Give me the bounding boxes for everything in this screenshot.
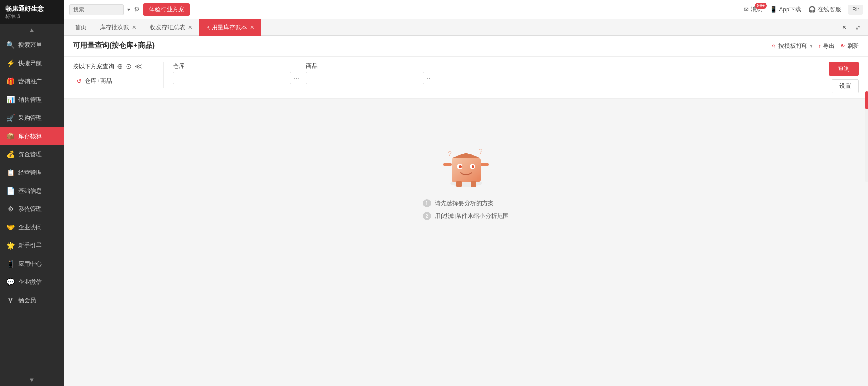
sidebar-item-purchase[interactable]: 🛒 采购管理 — [0, 109, 64, 127]
tab-summary-close[interactable]: ✕ — [188, 24, 193, 31]
collapse-scheme-icon[interactable]: ≪ — [134, 62, 142, 71]
inventory-icon: 📦 — [6, 132, 15, 140]
warehouse-label: 仓库 — [173, 62, 300, 70]
message-badge: 99+ — [755, 3, 767, 9]
app-download-btn[interactable]: 📱 App下载 — [770, 5, 801, 14]
topbar-gear-icon[interactable]: ⚙ — [134, 5, 140, 14]
page-content: 可用量查询(按仓库+商品) 🖨 按模板打印 ▾ ↑ 导出 ↻ 刷新 — [64, 36, 868, 386]
svg-rect-10 — [471, 181, 476, 187]
empty-tip-1: 1 请先选择要分析的方案 — [423, 199, 509, 207]
sidebar-item-label: 资金管理 — [18, 150, 42, 159]
tab-batch[interactable]: 库存批次账 ✕ — [93, 19, 143, 36]
sidebar-item-wechat[interactable]: 💬 企业微信 — [0, 273, 64, 291]
tab-expand-btn[interactable]: ⤢ — [853, 22, 863, 33]
filter-panel: 仓库 ··· 商品 ··· — [164, 62, 824, 84]
app-label: App下载 — [779, 5, 801, 14]
refresh-btn[interactable]: ↻ 刷新 — [840, 42, 859, 50]
tab-summary-label: 收发存汇总表 — [150, 23, 185, 31]
sidebar-item-vip[interactable]: V 畅会员 — [0, 291, 64, 309]
sidebar-item-sales[interactable]: 📊 销售管理 — [0, 91, 64, 109]
sidebar-item-enterprise[interactable]: 🤝 企业协同 — [0, 218, 64, 237]
tab-available[interactable]: 可用量库存账本 ✕ — [199, 19, 261, 36]
topbar-dropdown-btn[interactable]: ▾ — [127, 6, 130, 13]
sidebar-item-system[interactable]: ⚙ 系统管理 — [0, 200, 64, 218]
sidebar-item-inventory[interactable]: 📦 库存核算 — [0, 127, 64, 145]
service-label: 在线客服 — [817, 5, 841, 14]
edition-label: 标准版 — [5, 13, 58, 19]
message-icon: ✉ — [744, 6, 749, 13]
sidebar-item-search[interactable]: 🔍 搜索菜单 — [0, 36, 64, 54]
brand-name: 畅康通好生意 — [5, 5, 58, 13]
user-info[interactable]: Rit — [848, 5, 863, 15]
sidebar-item-appcenter[interactable]: 📱 应用中心 — [0, 255, 64, 273]
tip-num-2: 2 — [423, 212, 431, 220]
product-input-row: ··· — [306, 72, 433, 84]
appcenter-icon: 📱 — [6, 260, 15, 268]
app-icon: 📱 — [770, 6, 777, 13]
sidebar-item-label: 畅会员 — [18, 296, 36, 304]
tab-home-label: 首页 — [75, 23, 86, 31]
scheme-header: 按以下方案查询 ⊕ ⊙ ≪ — [73, 62, 158, 71]
svg-point-6 — [472, 165, 474, 168]
scheme-item-icon: ↺ — [76, 77, 82, 85]
tab-available-label: 可用量库存账本 — [206, 23, 247, 31]
scroll-down-btn[interactable]: ▼ — [0, 374, 64, 386]
warehouse-more-btn[interactable]: ··· — [294, 75, 299, 82]
right-scrollbar[interactable] — [865, 91, 868, 182]
export-btn[interactable]: ↑ 导出 — [818, 42, 835, 50]
message-btn[interactable]: ✉ 消息 99+ — [744, 5, 762, 14]
sidebar-item-marketing[interactable]: 🎁 营销推广 — [0, 72, 64, 91]
industry-btn[interactable]: 体验行业方案 — [143, 3, 190, 16]
svg-text:?: ? — [479, 148, 482, 155]
product-field: 商品 ··· — [306, 62, 433, 84]
sidebar-item-label: 系统管理 — [18, 205, 42, 213]
finance-icon: 💰 — [6, 150, 15, 159]
scheme-panel: 按以下方案查询 ⊕ ⊙ ≪ ↺ 仓库+商品 — [73, 62, 164, 88]
warehouse-input[interactable] — [173, 72, 291, 84]
tabs-controls: ✕ ⤢ — [839, 22, 863, 33]
print-icon: 🖨 — [771, 42, 777, 49]
tab-close-all-btn[interactable]: ✕ — [839, 22, 850, 33]
topbar-search-input[interactable] — [69, 4, 124, 15]
settings-btn[interactable]: 设置 — [832, 79, 859, 93]
sidebar-header: 畅康通好生意 标准版 — [0, 0, 64, 24]
shortcut-icon: ⚡ — [6, 59, 15, 67]
page-header: 可用量查询(按仓库+商品) 🖨 按模板打印 ▾ ↑ 导出 ↻ 刷新 — [64, 36, 868, 57]
page-title: 可用量查询(按仓库+商品) — [73, 41, 155, 51]
sidebar-item-finance[interactable]: 💰 资金管理 — [0, 145, 64, 164]
topbar-right: ✉ 消息 99+ 📱 App下载 🎧 在线客服 Rit — [744, 5, 863, 15]
sidebar-item-shortcut[interactable]: ⚡ 快捷导航 — [0, 54, 64, 72]
query-btn[interactable]: 查询 — [829, 62, 859, 76]
sidebar-item-basic[interactable]: 📄 基础信息 — [0, 182, 64, 200]
product-more-btn[interactable]: ··· — [427, 75, 432, 82]
tip-text-2: 用[过滤]条件来缩小分析范围 — [435, 212, 509, 220]
sidebar-item-label: 快捷导航 — [18, 59, 42, 67]
sidebar-item-newbie[interactable]: 🌟 新手引导 — [0, 237, 64, 255]
add-scheme-icon[interactable]: ⊕ — [117, 62, 123, 71]
service-btn[interactable]: 🎧 在线客服 — [808, 5, 841, 14]
topbar: ▾ ⚙ 体验行业方案 ✉ 消息 99+ 📱 App下载 🎧 在线客服 Rit — [64, 0, 868, 19]
sidebar-item-operations[interactable]: 📋 经营管理 — [0, 164, 64, 182]
newbie-icon: 🌟 — [6, 242, 15, 250]
export-label: 导出 — [823, 42, 835, 50]
tab-home[interactable]: 首页 — [68, 19, 93, 36]
svg-marker-2 — [452, 153, 481, 158]
query-actions: 查询 设置 — [824, 62, 859, 93]
empty-state: ? ? 1 请先选择要分析的方案 2 用[过滤]条件来缩小分析范围 — [64, 99, 868, 257]
tab-summary[interactable]: 收发存汇总表 ✕ — [143, 19, 199, 36]
print-btn[interactable]: 🖨 按模板打印 ▾ — [771, 42, 813, 50]
product-input[interactable] — [306, 72, 424, 84]
export-icon: ↑ — [818, 42, 822, 49]
scheme-item-warehouse-product[interactable]: ↺ 仓库+商品 — [73, 74, 158, 88]
print-dropdown-icon[interactable]: ▾ — [810, 42, 813, 49]
empty-illustration: ? ? — [439, 135, 493, 190]
sidebar-item-label: 销售管理 — [18, 96, 42, 104]
settings-scheme-icon[interactable]: ⊙ — [126, 62, 132, 71]
empty-tips: 1 请先选择要分析的方案 2 用[过滤]条件来缩小分析范围 — [423, 199, 509, 220]
service-icon: 🎧 — [808, 6, 816, 13]
scroll-up-btn[interactable]: ▲ — [0, 24, 64, 36]
tab-available-close[interactable]: ✕ — [250, 24, 254, 31]
tab-batch-close[interactable]: ✕ — [132, 24, 137, 31]
empty-tip-2: 2 用[过滤]条件来缩小分析范围 — [423, 212, 509, 220]
operations-icon: 📋 — [6, 169, 15, 177]
